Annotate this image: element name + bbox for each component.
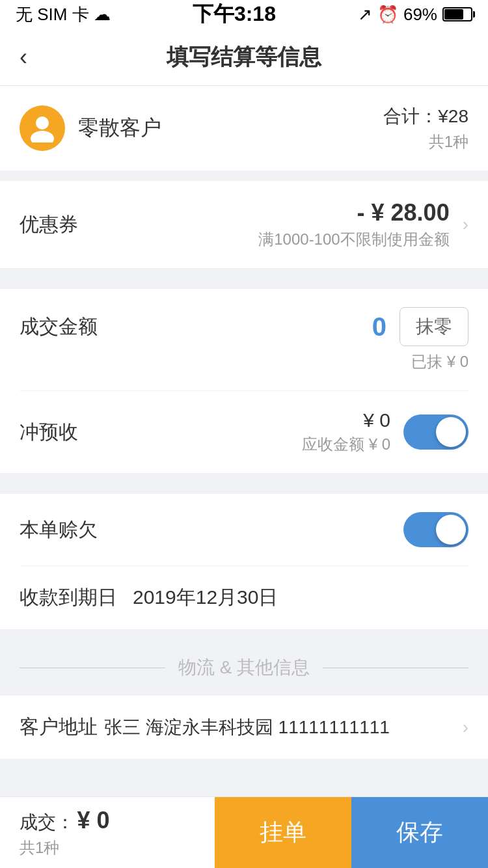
section-divider-1 <box>0 278 488 289</box>
deal-amount-section: 成交金额 0 抹零 已抹 ¥ 0 <box>0 289 488 390</box>
deal-amount-row: 成交金额 0 抹零 <box>20 307 468 346</box>
location-icon: ↗ <box>358 5 372 25</box>
alarm-icon: ⏰ <box>377 5 398 25</box>
deal-amount-value[interactable]: 0 <box>347 312 386 342</box>
customer-left: 零散客户 <box>20 105 161 151</box>
prereceive-main: ¥ 0 <box>302 409 390 431</box>
toggle-knob <box>436 417 466 447</box>
bottom-buttons: 挂单 保存 <box>215 797 488 869</box>
battery-icon <box>442 7 472 21</box>
avatar <box>20 105 65 151</box>
address-card[interactable]: 客户地址 张三 海淀永丰科技园 11111111111 › <box>0 696 488 759</box>
total-count: 共1种 <box>383 131 468 152</box>
coupon-chevron-icon: › <box>463 214 468 235</box>
debt-label: 本单赊欠 <box>20 517 98 543</box>
save-button[interactable]: 保存 <box>351 797 488 869</box>
coupon-discount: - ¥ 28.00 <box>258 199 449 226</box>
divider-line-right <box>323 668 468 668</box>
status-bar: 无 SIM 卡 ☁ 下午3:18 ↗ ⏰ 69% <box>0 0 488 29</box>
customer-right: 合计：¥28 共1种 <box>383 104 468 152</box>
deal-card: 成交金额 0 抹零 已抹 ¥ 0 冲预收 ¥ 0 应收金额 ¥ 0 <box>0 289 488 473</box>
coupon-sub: 满1000-100不限制使用金额 <box>258 229 449 250</box>
status-right: ↗ ⏰ 69% <box>358 5 472 25</box>
prereceive-amounts: ¥ 0 应收金额 ¥ 0 <box>302 409 390 455</box>
duedate-section: 收款到期日 2019年12月30日 <box>0 566 488 629</box>
prereceive-toggle[interactable] <box>403 414 468 450</box>
debt-toggle[interactable] <box>403 512 468 547</box>
section-divider-2 <box>0 483 488 494</box>
page-title: 填写结算等信息 <box>167 42 321 72</box>
total-label: 合计：¥28 <box>383 104 468 129</box>
customer-name: 零散客户 <box>78 114 161 142</box>
avatar-icon <box>28 114 57 142</box>
debt-card: 本单赊欠 收款到期日 2019年12月30日 <box>0 494 488 629</box>
hold-button[interactable]: 挂单 <box>215 797 351 869</box>
deal-amount-sub: 已抹 ¥ 0 <box>20 351 468 372</box>
bottom-transaction-label: 成交： <box>20 812 74 832</box>
back-button[interactable]: ‹ <box>20 44 27 71</box>
prereceive-right: ¥ 0 应收金额 ¥ 0 <box>302 409 468 455</box>
customer-card: 零散客户 合计：¥28 共1种 <box>0 86 488 170</box>
bottom-transaction-row: 成交： ¥ 0 <box>20 807 195 835</box>
nav-bar: ‹ 填写结算等信息 <box>0 29 488 86</box>
address-section[interactable]: 客户地址 张三 海淀永丰科技园 11111111111 › <box>0 696 488 759</box>
content-area: 零散客户 合计：¥28 共1种 优惠券 - ¥ 28.00 满1000-100不… <box>0 86 488 847</box>
customer-row: 零散客户 合计：¥28 共1种 <box>0 86 488 170</box>
svg-point-0 <box>36 116 49 129</box>
prereceive-sub: 应收金额 ¥ 0 <box>302 434 390 455</box>
coupon-card: 优惠券 - ¥ 28.00 满1000-100不限制使用金额 › <box>0 181 488 268</box>
prereceive-section: 冲预收 ¥ 0 应收金额 ¥ 0 <box>0 391 488 473</box>
status-time: 下午3:18 <box>193 0 276 29</box>
bottom-bar: 成交： ¥ 0 共1种 挂单 保存 <box>0 796 488 868</box>
divider-line-left <box>20 668 165 668</box>
debt-toggle-knob <box>436 515 466 545</box>
prereceive-label: 冲预收 <box>20 419 78 446</box>
logistics-divider: 物流 & 其他信息 <box>0 640 488 696</box>
bottom-transaction-amount: ¥ 0 <box>77 807 109 834</box>
status-left: 无 SIM 卡 ☁ <box>16 3 111 26</box>
coupon-row[interactable]: 优惠券 - ¥ 28.00 满1000-100不限制使用金额 › <box>0 181 488 268</box>
duedate-content: 收款到期日 2019年12月30日 <box>20 584 468 611</box>
logistics-label: 物流 & 其他信息 <box>178 655 310 680</box>
debt-section: 本单赊欠 <box>0 494 488 565</box>
duedate-label: 收款到期日 <box>20 584 117 611</box>
round-button[interactable]: 抹零 <box>400 307 468 346</box>
svg-point-1 <box>31 131 54 142</box>
coupon-right: - ¥ 28.00 满1000-100不限制使用金额 › <box>258 199 468 250</box>
sim-status: 无 SIM 卡 ☁ <box>16 3 111 26</box>
address-value: 张三 海淀永丰科技园 11111111111 <box>104 715 456 740</box>
bottom-count: 共1种 <box>20 837 195 858</box>
deal-amount-label: 成交金额 <box>20 314 98 340</box>
coupon-label: 优惠券 <box>20 211 78 238</box>
deal-amount-right: 0 抹零 <box>347 307 468 346</box>
battery-percent: 69% <box>403 5 437 25</box>
address-chevron-icon: › <box>463 717 468 738</box>
bottom-left: 成交： ¥ 0 共1种 <box>0 807 215 858</box>
duedate-value[interactable]: 2019年12月30日 <box>133 584 278 611</box>
address-label: 客户地址 <box>20 714 104 740</box>
